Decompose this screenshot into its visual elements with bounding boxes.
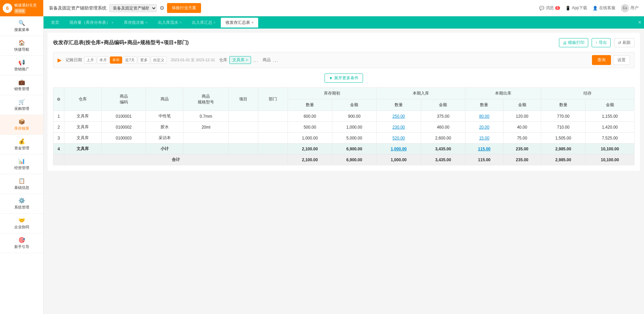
- row-init-qty: 600.00: [287, 111, 332, 122]
- sidebar-item-sales[interactable]: 💼销售管理: [0, 76, 43, 95]
- refresh-btn[interactable]: ↺ 刷新: [614, 38, 634, 47]
- row-in-qty[interactable]: 230.00: [377, 122, 421, 133]
- tab-recv-send-summary[interactable]: 收发存汇总表 ×: [221, 18, 258, 28]
- footer-init-amt: 6,900.00: [332, 154, 377, 165]
- app-logo: 6: [3, 3, 12, 13]
- row-init-qty: 500.00: [287, 122, 332, 133]
- row-bal-amt: 10,100.00: [585, 144, 634, 154]
- sidebar-item-search[interactable]: 🔍搜索菜单: [0, 16, 43, 36]
- expand-more-btn[interactable]: ▼ 展开更多条件: [325, 73, 363, 83]
- goods-filter-group: 商品 ...: [263, 57, 278, 63]
- sidebar-item-beginner[interactable]: 🎯新手引导: [0, 233, 43, 253]
- system-title: 装备及固定资产辅助管理系统: [49, 5, 106, 11]
- sidebar-icon-quick-nav: 🏠: [18, 39, 25, 46]
- sidebar-item-operations[interactable]: 📊经营管理: [0, 154, 43, 174]
- sidebar-item-system[interactable]: ⚙️系统管理: [0, 194, 43, 214]
- page-content: 收发存汇总表(按仓库+商品编码+商品+规格型号+项目+部门) 🖨 模板打印 ↑ …: [44, 29, 644, 314]
- warehouse-tag-close[interactable]: ×: [246, 58, 248, 62]
- export-btn[interactable]: ↑ 导出: [592, 38, 611, 47]
- row-out-qty[interactable]: 15.00: [465, 133, 503, 144]
- tab-close-inout-summary[interactable]: ×: [214, 21, 216, 24]
- tabs-close-all[interactable]: ×: [638, 19, 641, 26]
- settings-icon[interactable]: ⚙: [160, 5, 164, 11]
- col-code: 商品编码: [101, 88, 146, 111]
- row-in-qty[interactable]: 1,000.00: [377, 144, 421, 154]
- sidebar-item-base-info[interactable]: 📋基础信息: [0, 174, 43, 194]
- sidebar-item-purchase[interactable]: 🛒采购管理: [0, 95, 43, 115]
- date-btn-自定义[interactable]: 自定义: [151, 56, 167, 64]
- row-name: 胶水: [146, 122, 183, 133]
- date-btn-近7天[interactable]: 近7天: [123, 56, 137, 64]
- main-content: 装备及固定资产辅助管理系统 装备及固定资产辅助管理系统 ⚙ 体验行业方案 💬 消…: [44, 0, 644, 314]
- date-btn-上月[interactable]: 上月: [84, 56, 96, 64]
- row-spec: 0.7mm: [183, 111, 229, 122]
- tab-inout-summary[interactable]: 出入库汇总 ×: [187, 18, 220, 28]
- tab-close-recv-send-summary[interactable]: ×: [251, 21, 253, 24]
- sidebar-item-inventory[interactable]: 📦库存核算: [0, 115, 43, 135]
- row-out-amt: 120.00: [503, 111, 541, 122]
- sidebar-icon-operations: 📊: [18, 158, 25, 164]
- date-filter-group: 记账日期 上月本月本年近7天更多自定义: [66, 56, 167, 64]
- app-download-item[interactable]: 📱 App下载: [565, 5, 587, 11]
- sidebar-item-marketing[interactable]: 📢营销推广: [0, 56, 43, 76]
- goods-label: 商品: [263, 57, 271, 63]
- row-project: [229, 122, 258, 133]
- row-bal-amt: 7,525.00: [585, 133, 634, 144]
- title-actions: 🖨 模板打印 ↑ 导出 ↺ 刷新: [559, 38, 634, 47]
- date-btn-本年[interactable]: 本年: [110, 56, 122, 64]
- filter-toggle-icon[interactable]: ▶: [57, 57, 62, 63]
- row-no: 4: [53, 144, 64, 154]
- col-name: 商品: [146, 88, 183, 111]
- row-bal-qty: 710.00: [541, 122, 585, 133]
- row-in-amt: 2,600.00: [421, 133, 465, 144]
- row-out-qty[interactable]: 80.00: [465, 111, 503, 122]
- tab-label-inout-summary: 出入库汇总: [192, 20, 212, 26]
- sidebar-item-quick-nav[interactable]: 🏠快捷导航: [0, 36, 43, 56]
- service-icon: 👤: [593, 6, 598, 11]
- date-btn-本月[interactable]: 本月: [97, 56, 109, 64]
- sidebar-item-enterprise[interactable]: 🤝企业协同: [0, 214, 43, 233]
- user-item[interactable]: Ea 用户: [621, 4, 639, 12]
- refresh-icon: ↺: [618, 40, 621, 45]
- col-settings-icon[interactable]: ⚙: [53, 88, 64, 111]
- sidebar-item-finance[interactable]: 💰资金管理: [0, 135, 43, 154]
- row-code: 0100002: [101, 122, 146, 133]
- row-warehouse: 文具库: [64, 111, 102, 122]
- warehouse-filter-group: 仓库 文具库 × ...: [219, 56, 259, 64]
- query-btn[interactable]: 查询: [592, 55, 611, 65]
- date-buttons: 上月本月本年近7天更多自定义: [84, 56, 167, 64]
- system-selector[interactable]: 装备及固定资产辅助管理系统: [109, 4, 157, 12]
- print-btn[interactable]: 🖨 模板打印: [559, 38, 588, 47]
- row-out-amt: 75.00: [503, 133, 541, 144]
- row-code: 0100003: [101, 133, 146, 144]
- warehouse-more[interactable]: ...: [253, 57, 259, 63]
- tab-close-inout-flow[interactable]: ×: [180, 21, 182, 24]
- sidebar-icon-base-info: 📋: [18, 178, 25, 184]
- tab-inout-flow[interactable]: 出入库流水 ×: [153, 18, 186, 28]
- tab-inventory-dist[interactable]: 现存量（库存分布表） ×: [65, 18, 118, 28]
- row-out-qty[interactable]: 20.00: [465, 122, 503, 133]
- tab-home[interactable]: 首页: [46, 18, 64, 28]
- row-bal-qty: 1,505.00: [541, 133, 585, 144]
- sidebar-icon-system: ⚙️: [18, 197, 25, 204]
- sidebar-icon-enterprise: 🤝: [18, 217, 25, 224]
- sidebar-header: 6 畅捷通好生意 标准版: [0, 0, 43, 16]
- experience-btn[interactable]: 体验行业方案: [167, 3, 201, 13]
- online-service-item[interactable]: 👤 在线客服: [593, 5, 615, 11]
- mobile-icon: 📱: [565, 6, 571, 11]
- data-table: ⚙ 仓库 商品编码 商品 商品规格型号 项目 部门 库存期初 本期入库 本期出库…: [53, 87, 634, 165]
- sidebar-icon-purchase: 🛒: [18, 99, 25, 105]
- col-dept: 部门: [258, 88, 288, 111]
- date-btn-更多[interactable]: 更多: [138, 56, 150, 64]
- col-project: 项目: [229, 88, 258, 111]
- sidebar-label-marketing: 营销推广: [14, 67, 29, 72]
- goods-more[interactable]: ...: [273, 57, 278, 63]
- tab-close-batch-ledger[interactable]: ×: [146, 21, 148, 24]
- message-item[interactable]: 💬 消息 6: [539, 5, 560, 11]
- set-btn[interactable]: 设置: [613, 55, 630, 65]
- row-in-qty[interactable]: 250.00: [377, 111, 421, 122]
- row-out-qty[interactable]: 115.00: [465, 144, 503, 154]
- row-in-qty[interactable]: 520.00: [377, 133, 421, 144]
- tab-close-inventory-dist[interactable]: ×: [112, 21, 114, 24]
- tab-batch-ledger[interactable]: 库存批次账 ×: [119, 18, 152, 28]
